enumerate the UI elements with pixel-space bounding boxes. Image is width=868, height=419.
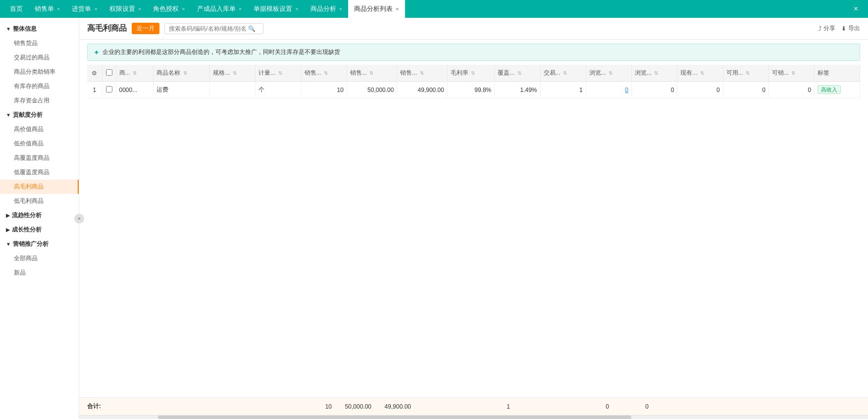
content-header: 高毛利商品 近一月 🔍 ⤴ 分享 ⬇ 导出 [79, 18, 868, 40]
search-box: 🔍 [164, 23, 263, 34]
sidebar-group-growth[interactable]: ▶ 成长性分析 [0, 223, 79, 237]
sort-icon-coverage[interactable]: ⇅ [517, 70, 521, 76]
export-btn[interactable]: ⬇ 导出 [841, 24, 860, 33]
sort-icon-gross-margin[interactable]: ⇅ [471, 70, 475, 76]
col-checkbox [102, 65, 116, 82]
arrow-contribution: ▼ [6, 112, 11, 118]
sidebar-item-high-value[interactable]: 高价值商品 [0, 122, 79, 137]
filter-recent-month-btn[interactable]: 近一月 [132, 23, 159, 34]
nav-purchase-order[interactable]: 进货单 × [66, 0, 103, 18]
table-header-row: ⚙ 商... ⇅ 商品名称 ⇅ 规格... [87, 65, 860, 82]
footer-placeholder4 [414, 403, 444, 410]
col-sales-amount: 销售... ⇅ [347, 65, 397, 82]
nav-sales-order[interactable]: 销售单 × [29, 0, 66, 18]
sort-icon-name[interactable]: ⇅ [183, 70, 187, 76]
close-role-auth[interactable]: × [182, 6, 185, 12]
sort-icon-available-stock[interactable]: ⇅ [746, 70, 750, 76]
footer-cell-placeholder3 [255, 403, 295, 410]
main-area: ▼ 整体信息 销售货品 交易过的商品 商品分类助销率 有库存的商品 库存资金占用… [0, 18, 868, 419]
sidebar-collapse-btn[interactable]: « [74, 214, 84, 224]
col-setting[interactable]: ⚙ [87, 65, 102, 82]
cell-browse1[interactable]: 0 [586, 82, 631, 98]
footer-transaction: 1 [473, 403, 513, 410]
sort-icon-browse2[interactable]: ⇅ [654, 70, 658, 76]
nav-permission[interactable]: 权限设置 × [103, 0, 147, 18]
sort-icon-current-stock[interactable]: ⇅ [700, 70, 704, 76]
col-available-stock: 可用... ⇅ [723, 65, 768, 82]
nav-product-analysis[interactable]: 商品分析 × [305, 0, 348, 18]
close-permission[interactable]: × [138, 6, 141, 12]
sort-icon-unit[interactable]: ⇅ [278, 70, 282, 76]
content-area: 高毛利商品 近一月 🔍 ⤴ 分享 ⬇ 导出 ✦ 企业的主要的利润都是这部分商品创… [79, 18, 868, 419]
cell-current-stock: 0 [677, 82, 723, 98]
cell-code: 0000... [116, 82, 153, 98]
nav-home[interactable]: 首页 [4, 0, 29, 18]
sidebar-group-overview[interactable]: ▼ 整体信息 [0, 22, 79, 36]
cell-name: 运费 [153, 82, 210, 98]
footer-label: 合计: [87, 402, 107, 411]
nav-role-auth[interactable]: 角色授权 × [147, 0, 191, 18]
col-current-stock: 现有... ⇅ [677, 65, 723, 82]
footer-sales-amount: 50,000.00 [335, 403, 374, 410]
table-row: 1 0000... 运费 个 10 50,000.00 49,900.00 99… [87, 82, 860, 98]
sidebar-item-traded-goods[interactable]: 交易过的商品 [0, 50, 79, 65]
sort-icon-spec[interactable]: ⇅ [233, 70, 237, 76]
sidebar-item-category-rate[interactable]: 商品分类助销率 [0, 65, 79, 79]
close-sales-order[interactable]: × [57, 6, 60, 12]
sort-icon-sales-amount[interactable]: ⇅ [369, 70, 373, 76]
sidebar-item-high-margin[interactable]: 高毛利商品 [0, 180, 79, 194]
col-sellable-stock: 可销... ⇅ [768, 65, 814, 82]
sort-icon-browse1[interactable]: ⇅ [609, 70, 613, 76]
close-purchase-order[interactable]: × [94, 6, 97, 12]
close-window-btn[interactable]: × [848, 4, 864, 13]
share-btn[interactable]: ⤴ 分享 [818, 24, 835, 33]
sidebar-group-marketing[interactable]: ▼ 营销推广分析 [0, 237, 79, 251]
sort-icon-sales-qty[interactable]: ⇅ [324, 70, 328, 76]
sort-icon-transaction[interactable]: ⇅ [563, 70, 567, 76]
col-code: 商... ⇅ [116, 65, 153, 82]
sidebar-item-all-goods[interactable]: 全部商品 [0, 251, 79, 266]
sort-icon-code[interactable]: ⇅ [133, 70, 137, 76]
scrollbar-thumb[interactable] [158, 416, 631, 419]
footer-current-stock: 0 [572, 403, 612, 410]
cell-browse2: 0 [632, 82, 677, 98]
sort-icon-sales-net[interactable]: ⇅ [420, 70, 424, 76]
footer-cell-placeholder2 [216, 403, 255, 410]
nav-template-settings[interactable]: 单据模板设置 × [248, 0, 304, 18]
footer-placeholder7 [543, 403, 572, 410]
sidebar-item-low-coverage[interactable]: 低覆盖度商品 [0, 165, 79, 180]
bottom-scrollbar[interactable] [79, 415, 868, 419]
info-banner: ✦ 企业的主要的利润都是这部分商品创造的，可考虑加大推广，同时关注库存是不要出现… [87, 44, 860, 61]
sidebar-item-low-margin[interactable]: 低毛利商品 [0, 194, 79, 208]
nav-product-inbound[interactable]: 产成品入库单 × [191, 0, 248, 18]
close-product-analysis[interactable]: × [339, 6, 342, 12]
cell-gross-margin: 99.8% [447, 82, 494, 98]
sidebar-group-contribution[interactable]: ▼ 贡献度分析 [0, 108, 79, 122]
footer-total: 合计: 10 50,000.00 49,900.00 1 0 0 [79, 397, 868, 415]
cell-available-stock: 0 [723, 82, 768, 98]
sidebar-item-inventory-capital[interactable]: 库存资金占用 [0, 93, 79, 108]
sidebar-item-sales-goods[interactable]: 销售货品 [0, 36, 79, 50]
sidebar-group-trend[interactable]: ▶ 流趋性分析 [0, 208, 79, 223]
close-product-inbound[interactable]: × [239, 6, 242, 12]
sort-icon-sellable-stock[interactable]: ⇅ [791, 70, 795, 76]
close-product-analysis-list[interactable]: × [396, 6, 399, 12]
search-input[interactable] [169, 25, 248, 32]
arrow-growth: ▶ [6, 227, 10, 233]
col-gross-margin: 毛利率 ⇅ [447, 65, 494, 82]
search-icon[interactable]: 🔍 [248, 25, 255, 32]
nav-product-analysis-list[interactable]: 商品分析列表 × [348, 0, 405, 18]
select-all-checkbox[interactable] [106, 69, 112, 76]
close-template-settings[interactable]: × [295, 6, 298, 12]
share-icon: ⤴ [818, 25, 821, 32]
sidebar-item-low-value[interactable]: 低价值商品 [0, 137, 79, 151]
col-unit: 计量... ⇅ [255, 65, 301, 82]
footer-placeholder6 [513, 403, 543, 410]
sidebar-item-high-coverage[interactable]: 高覆盖度商品 [0, 151, 79, 165]
footer-values: 10 50,000.00 49,900.00 1 0 0 [117, 403, 860, 410]
cell-sellable-stock: 0 [768, 82, 814, 98]
row-checkbox[interactable] [106, 86, 112, 93]
sidebar-item-stocked-goods[interactable]: 有库存的商品 [0, 79, 79, 93]
sidebar-item-new-goods[interactable]: 新品 [0, 266, 79, 280]
cell-sales-amount: 50,000.00 [347, 82, 397, 98]
